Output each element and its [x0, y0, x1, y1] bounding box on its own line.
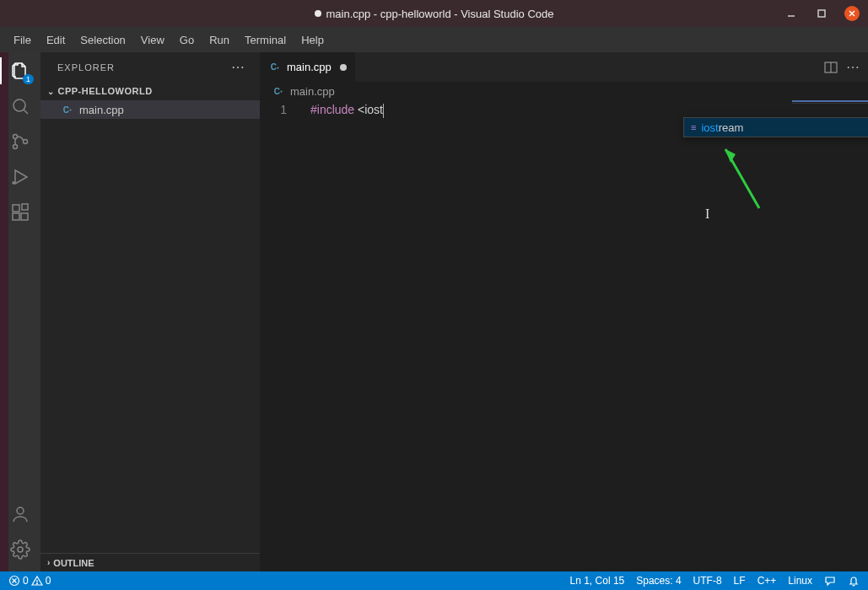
menu-edit[interactable]: Edit: [40, 30, 72, 50]
status-encoding[interactable]: UTF-8: [693, 575, 722, 587]
editor-more-icon[interactable]: ⋯: [846, 59, 860, 75]
minimize-button[interactable]: [784, 6, 799, 21]
svg-point-10: [13, 182, 14, 184]
tabs-row: C+ main.cpp ⋯: [260, 52, 868, 82]
status-warnings-count: 0: [46, 575, 51, 587]
outline-label: OUTLINE: [53, 558, 94, 568]
svg-point-7: [13, 145, 18, 149]
cpp-file-icon: C+: [61, 103, 74, 116]
window-title-text: main.cpp - cpp-helloworld - Visual Studi…: [326, 8, 553, 20]
menu-help[interactable]: Help: [294, 30, 331, 50]
split-editor-icon[interactable]: [824, 61, 838, 74]
status-feedback-icon[interactable]: [824, 575, 836, 587]
breadcrumb-file: main.cpp: [290, 85, 335, 98]
svg-rect-11: [13, 205, 19, 212]
folder-name: CPP-HELLOWORLD: [58, 86, 153, 96]
editor-area: C+ main.cpp ⋯ C+ main.cpp 1 #include <io…: [260, 52, 868, 571]
svg-point-8: [24, 140, 28, 144]
menubar: File Edit Selection View Go Run Terminal…: [0, 27, 868, 52]
status-language[interactable]: C++: [757, 575, 777, 587]
maximize-button[interactable]: [814, 6, 829, 21]
mouse-text-cursor-icon: I: [705, 206, 709, 222]
svg-marker-9: [15, 170, 27, 184]
svg-rect-1: [818, 10, 825, 17]
status-errors-count: 0: [23, 575, 29, 587]
menu-go[interactable]: Go: [173, 30, 201, 50]
chevron-right-icon: ›: [47, 558, 50, 567]
status-eol[interactable]: LF: [734, 575, 746, 587]
main-area: 1 EXPLORER ⋯ ⌄ CPP-HELL: [0, 52, 868, 571]
line-number: 1: [260, 100, 302, 118]
sidebar-header: EXPLORER ⋯: [40, 52, 260, 82]
close-button[interactable]: [844, 6, 860, 21]
status-indentation[interactable]: Spaces: 4: [636, 575, 681, 587]
menu-file[interactable]: File: [7, 30, 38, 50]
tree-item-main-cpp[interactable]: C+ main.cpp: [40, 100, 260, 119]
editor-content[interactable]: 1 #include <iost ≡ iostream File I: [260, 100, 868, 571]
svg-line-5: [24, 110, 28, 114]
suggest-item[interactable]: ≡ iostream File: [684, 118, 868, 137]
explorer-badge: 1: [23, 74, 34, 84]
status-cursor-position[interactable]: Ln 1, Col 15: [570, 575, 625, 587]
svg-marker-20: [725, 149, 736, 163]
text-cursor: [383, 104, 384, 118]
menu-run[interactable]: Run: [202, 30, 236, 50]
tab-main-cpp[interactable]: C+ main.cpp: [260, 52, 356, 82]
svg-point-6: [13, 135, 18, 139]
tab-dirty-icon: [340, 64, 347, 71]
chevron-down-icon: ⌄: [47, 87, 55, 96]
suggest-match-text: iost: [701, 121, 718, 134]
tabs-actions: ⋯: [824, 52, 868, 82]
menu-view[interactable]: View: [134, 30, 171, 50]
tab-label: main.cpp: [287, 61, 332, 73]
svg-rect-13: [21, 213, 28, 220]
activity-account-icon[interactable]: [8, 502, 32, 526]
activity-search-icon[interactable]: [8, 94, 32, 118]
sidebar: EXPLORER ⋯ ⌄ CPP-HELLOWORLD C+ main.cpp …: [40, 52, 260, 571]
window-title: main.cpp - cpp-helloworld - Visual Studi…: [314, 8, 553, 20]
cpp-file-icon: C+: [268, 61, 282, 74]
annotation-arrow-icon: [717, 141, 768, 217]
svg-point-26: [36, 583, 37, 584]
activity-settings-icon[interactable]: [8, 538, 32, 561]
activity-source-control-icon[interactable]: [8, 130, 32, 153]
activity-extensions-icon[interactable]: [8, 201, 32, 224]
suggest-widget[interactable]: ≡ iostream File: [683, 117, 868, 137]
svg-line-19: [725, 149, 759, 208]
svg-point-15: [17, 507, 24, 514]
sidebar-title: EXPLORER: [57, 62, 115, 72]
suggest-rest-text: ream: [719, 121, 744, 134]
suggest-kind-icon: ≡: [691, 122, 696, 132]
sidebar-more-icon[interactable]: ⋯: [231, 59, 246, 75]
dirty-indicator-icon: [314, 10, 321, 17]
svg-point-4: [13, 99, 25, 111]
svg-rect-14: [22, 204, 28, 210]
minimap-viewport[interactable]: [792, 100, 868, 104]
svg-rect-12: [13, 213, 19, 220]
window-controls: [784, 6, 860, 21]
tree-item-label: main.cpp: [79, 104, 124, 116]
titlebar: main.cpp - cpp-helloworld - Visual Studi…: [0, 0, 868, 27]
activity-run-debug-icon[interactable]: [8, 165, 32, 189]
code-text: <iost: [354, 103, 383, 116]
desktop-left-strip: [0, 52, 8, 571]
menu-selection[interactable]: Selection: [73, 30, 132, 50]
status-os[interactable]: Linux: [788, 575, 812, 587]
activity-explorer-icon[interactable]: 1: [8, 59, 32, 83]
status-notifications-icon[interactable]: [848, 575, 860, 587]
statusbar: 0 0 Ln 1, Col 15 Spaces: 4 UTF-8 LF C++ …: [0, 571, 868, 590]
code-line: #include <iost: [310, 102, 384, 118]
status-problems[interactable]: 0 0: [8, 575, 51, 587]
cpp-file-icon: C+: [272, 84, 285, 98]
menu-terminal[interactable]: Terminal: [238, 30, 293, 50]
svg-point-16: [18, 547, 23, 552]
outline-section[interactable]: › OUTLINE: [40, 553, 260, 571]
breadcrumb[interactable]: C+ main.cpp: [260, 82, 868, 100]
folder-header[interactable]: ⌄ CPP-HELLOWORLD: [40, 82, 260, 100]
code-keyword: #include: [310, 103, 354, 116]
